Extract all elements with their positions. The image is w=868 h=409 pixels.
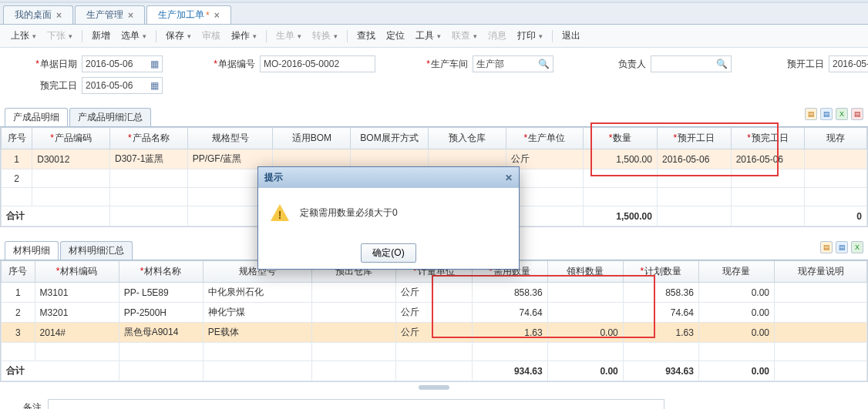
plan-end-input[interactable]: 2016-05-06▦ bbox=[82, 77, 163, 94]
chevron-down-icon: ▾ bbox=[143, 32, 146, 40]
dialog-title: 提示 bbox=[264, 171, 283, 184]
next-button[interactable]: 下张▾ bbox=[42, 27, 77, 45]
plan-start-label: 预开工日 bbox=[770, 58, 824, 71]
bill-no-label: *单据编号 bbox=[201, 58, 255, 71]
tab-material-detail[interactable]: 材料明细 bbox=[5, 241, 59, 260]
message-button[interactable]: 消息 bbox=[483, 27, 511, 45]
materials-grid[interactable]: 序号 *材料编码 *材料名称 规格型号 预出仓库 *计量单位 *需用数量 领料数… bbox=[0, 260, 868, 382]
col-stock[interactable]: 现存量 bbox=[698, 261, 774, 283]
col-expand[interactable]: BOM展开方式 bbox=[351, 128, 429, 149]
chevron-down-icon: ▾ bbox=[437, 32, 441, 40]
grid-action-icon[interactable]: ▤ bbox=[836, 241, 848, 253]
col-name[interactable]: *产品名称 bbox=[109, 128, 187, 149]
export-excel-icon[interactable]: X bbox=[836, 108, 848, 120]
col-qty[interactable]: *数量 bbox=[584, 128, 658, 149]
grid-action-icon[interactable]: ▤ bbox=[805, 108, 817, 120]
workshop-input[interactable]: 生产部🔍 bbox=[473, 55, 553, 72]
grid-action-icon[interactable]: ▤ bbox=[820, 108, 833, 120]
split-handle-icon bbox=[419, 385, 449, 390]
print-button[interactable]: 打印▾ bbox=[513, 27, 547, 45]
locate-button[interactable]: 定位 bbox=[382, 27, 409, 45]
table-row[interactable]: 1M3101PP- L5E89 中化泉州石化公斤 858.36 858.360.… bbox=[2, 283, 867, 303]
calendar-icon[interactable]: ▦ bbox=[150, 59, 159, 69]
ok-button[interactable]: 确定(O) bbox=[361, 243, 415, 263]
find-button[interactable]: 查找 bbox=[352, 27, 380, 45]
close-icon[interactable]: × bbox=[128, 10, 133, 21]
close-icon[interactable]: ✕ bbox=[505, 173, 513, 183]
tab-label: 生产管理 bbox=[86, 8, 123, 22]
exit-button[interactable]: 退出 bbox=[557, 27, 585, 45]
chevron-down-icon: ▾ bbox=[298, 32, 301, 40]
close-icon[interactable]: × bbox=[56, 10, 62, 21]
alert-dialog: 提示 ✕ ! 定额需用数量必须大于0 确定(O) bbox=[257, 166, 520, 270]
person-label: 负责人 bbox=[592, 58, 646, 71]
calendar-icon[interactable]: ▦ bbox=[150, 80, 159, 91]
remarks-label: 备注 bbox=[23, 401, 42, 410]
col-in-wh[interactable]: 预入仓库 bbox=[428, 128, 506, 149]
select-button[interactable]: 选单▾ bbox=[116, 27, 151, 45]
search-icon[interactable]: 🔍 bbox=[716, 59, 728, 69]
chevron-down-icon: ▾ bbox=[473, 32, 477, 40]
save-button[interactable]: 保存▾ bbox=[161, 27, 196, 45]
tab-desktop[interactable]: 我的桌面× bbox=[3, 5, 73, 24]
col-name[interactable]: *材料名称 bbox=[119, 261, 203, 283]
tab-production-order[interactable]: 生产加工单*× bbox=[146, 5, 231, 24]
col-stock[interactable]: 现存 bbox=[805, 128, 867, 149]
header-form: *单据日期 2016-05-06▦ *单据编号 MO-2016-05-0002 … bbox=[0, 48, 868, 105]
tool-button[interactable]: 工具▾ bbox=[411, 27, 446, 45]
total-row: 合计 934.630.00 934.630.00 bbox=[2, 361, 867, 381]
col-code[interactable]: *材料编码 bbox=[35, 261, 119, 283]
generate-button[interactable]: 生单▾ bbox=[271, 27, 306, 45]
table-row[interactable] bbox=[2, 343, 867, 361]
person-input[interactable]: 🔍 bbox=[651, 55, 732, 72]
chevron-down-icon: ▾ bbox=[69, 32, 72, 40]
col-code[interactable]: *产品编码 bbox=[32, 128, 110, 149]
toolbar: 上张▾ 下张▾ 新增 选单▾ 保存▾ 审核 操作▾ 生单▾ 转换▾ 查找 定位 … bbox=[0, 25, 868, 48]
export-excel-icon[interactable]: X bbox=[851, 241, 863, 253]
table-row[interactable]: 2M3201PP-2500H 神化宁煤公斤 74.64 74.640.00 bbox=[2, 303, 867, 323]
linked-button[interactable]: 联查▾ bbox=[447, 27, 482, 45]
tab-production-mgmt[interactable]: 生产管理× bbox=[75, 5, 145, 24]
col-end[interactable]: *预完工日 bbox=[731, 128, 805, 149]
col-qty-iss[interactable]: 领料数量 bbox=[547, 261, 623, 283]
tab-label: 生产加工单 bbox=[158, 8, 204, 22]
chevron-down-icon: ▾ bbox=[253, 32, 257, 40]
main-tabs: 我的桌面× 生产管理× 生产加工单*× bbox=[0, 3, 868, 25]
col-qty-plan[interactable]: *计划数量 bbox=[623, 261, 698, 283]
tab-material-summary[interactable]: 材料明细汇总 bbox=[60, 241, 133, 260]
convert-button[interactable]: 转换▾ bbox=[308, 27, 342, 45]
search-icon[interactable]: 🔍 bbox=[538, 59, 550, 69]
warning-icon: ! bbox=[269, 202, 291, 223]
col-spec[interactable]: 规格型号 bbox=[187, 128, 273, 149]
remarks-row: 备注 bbox=[0, 393, 868, 409]
new-button[interactable]: 新增 bbox=[87, 27, 115, 45]
grid-action-icon[interactable]: ▤ bbox=[851, 108, 863, 120]
tab-label: 我的桌面 bbox=[15, 8, 52, 22]
prev-button[interactable]: 上张▾ bbox=[6, 27, 41, 45]
dirty-marker: * bbox=[206, 10, 210, 21]
plan-start-input[interactable]: 2016-05-06▦ bbox=[829, 55, 868, 72]
plan-end-label: 预完工日 bbox=[23, 79, 77, 92]
col-stock-desc[interactable]: 现存量说明 bbox=[775, 261, 867, 283]
bill-date-input[interactable]: 2016-05-06▦ bbox=[82, 55, 163, 72]
dialog-message: 定额需用数量必须大于0 bbox=[300, 206, 398, 220]
workshop-label: *生产车间 bbox=[414, 58, 468, 71]
splitter[interactable] bbox=[0, 382, 868, 393]
chevron-down-icon: ▾ bbox=[334, 32, 338, 40]
close-icon[interactable]: × bbox=[214, 10, 220, 21]
remarks-input[interactable] bbox=[48, 399, 664, 409]
col-bom[interactable]: 适用BOM bbox=[273, 128, 351, 149]
col-unit[interactable]: *生产单位 bbox=[506, 128, 584, 149]
bill-no-input[interactable]: MO-2016-05-0002 bbox=[260, 55, 375, 72]
table-row[interactable]: 32014#黑色母A9014 PE载体公斤 1.630.00 1.630.00 bbox=[2, 323, 867, 343]
col-seq[interactable]: 序号 bbox=[2, 261, 35, 283]
tab-finished-detail[interactable]: 产成品明细 bbox=[5, 108, 68, 126]
col-start[interactable]: *预开工日 bbox=[657, 128, 731, 149]
operate-button[interactable]: 操作▾ bbox=[227, 27, 261, 45]
chevron-down-icon: ▾ bbox=[32, 32, 36, 40]
grid-action-icon[interactable]: ▤ bbox=[820, 241, 833, 253]
tab-finished-summary[interactable]: 产成品明细汇总 bbox=[69, 108, 151, 126]
chevron-down-icon: ▾ bbox=[539, 32, 543, 40]
col-seq[interactable]: 序号 bbox=[2, 128, 32, 149]
audit-button[interactable]: 审核 bbox=[197, 27, 225, 45]
